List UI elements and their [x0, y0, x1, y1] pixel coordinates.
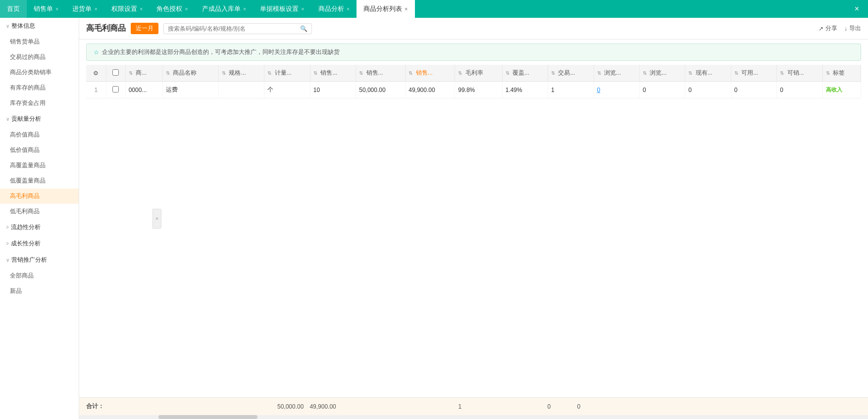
sort-icon-14: ⇅	[734, 70, 738, 76]
table-row: 1 0000... 运费	[86, 82, 861, 98]
nav-purchase[interactable]: 进货单 ×	[65, 0, 104, 18]
sidebar-item-sales-goods[interactable]: 销售货单品	[0, 34, 79, 49]
col-transactions[interactable]: ⇅ 交易...	[548, 65, 594, 82]
sidebar-item-traded-goods[interactable]: 交易过的商品	[0, 49, 79, 65]
row-name: 运费	[162, 82, 218, 98]
sidebar-item-high-margin[interactable]: 高毛利商品	[0, 188, 79, 204]
table-header-row: ⚙ ⇅ 商... ⇅ 商品名称	[86, 65, 861, 82]
sort-icon-8: ⇅	[458, 70, 462, 76]
col-current[interactable]: ⇅ 现有...	[685, 65, 731, 82]
close-all-tabs[interactable]: ×	[851, 4, 863, 13]
footer-cell-6: 50,000.00	[274, 403, 306, 410]
col-sales1[interactable]: ⇅ 销售...	[310, 65, 356, 82]
row-checkbox[interactable]	[112, 86, 119, 93]
sort-icon-10: ⇅	[551, 70, 555, 76]
header-actions: ↗ 分享 ↓ 导出	[818, 24, 861, 33]
export-button[interactable]: ↓ 导出	[844, 24, 861, 33]
sidebar-group-trend[interactable]: > 流趋性分析	[0, 219, 79, 235]
col-gross[interactable]: ⇅ 毛利率	[455, 65, 502, 82]
sidebar-item-high-coverage[interactable]: 高覆盖量商品	[0, 158, 79, 173]
row-checkbox-cell[interactable]	[106, 82, 125, 98]
export-icon: ↓	[844, 25, 847, 32]
row-unit: 个	[264, 82, 310, 98]
row-sales1: 10	[310, 82, 356, 98]
col-tag[interactable]: ⇅ 标签	[822, 65, 861, 82]
close-analysis-tab[interactable]: ×	[347, 6, 350, 12]
content-area: « 高毛利商品 近一月 🔍 ↗ 分享 ↓ 导出 ☆	[79, 18, 868, 419]
main-layout: ∨ 整体信息 销售货单品 交易过的商品 商品分类助销率 有库存的商品 库存资金占…	[0, 18, 868, 419]
horizontal-scrollbar[interactable]	[79, 415, 868, 419]
sidebar-item-high-value[interactable]: 高价值商品	[0, 127, 79, 142]
col-checkbox[interactable]	[106, 65, 125, 82]
footer-cell-11: 1	[455, 403, 485, 410]
col-spec[interactable]: ⇅ 规格...	[219, 65, 264, 82]
col-settings[interactable]: ⚙	[86, 65, 106, 82]
sort-icon-9: ⇅	[506, 70, 510, 76]
nav-permissions[interactable]: 权限设置 ×	[104, 0, 150, 18]
col-sales2[interactable]: ⇅ 销售...	[356, 65, 406, 82]
sidebar-group-marketing[interactable]: ∨ 营销推广分析	[0, 252, 79, 268]
search-icon[interactable]: 🔍	[300, 25, 307, 32]
sidebar-collapse-button[interactable]: «	[153, 209, 161, 229]
share-icon: ↗	[818, 25, 823, 32]
sidebar-item-in-stock[interactable]: 有库存的商品	[0, 80, 79, 95]
col-sales3[interactable]: ⇅ 销售...	[406, 65, 455, 82]
col-coverage[interactable]: ⇅ 覆盖...	[502, 65, 548, 82]
close-permissions-tab[interactable]: ×	[140, 6, 143, 12]
sidebar-item-category-rate[interactable]: 商品分类助销率	[0, 65, 79, 80]
close-template-tab[interactable]: ×	[301, 6, 304, 12]
sort-icon-15: ⇅	[780, 70, 784, 76]
nav-warehouse[interactable]: 产成品入库单 ×	[195, 0, 253, 18]
row-browse1[interactable]: 0	[594, 82, 639, 98]
row-current: 0	[685, 82, 731, 98]
sidebar-item-new-goods[interactable]: 新品	[0, 283, 79, 299]
close-analysis-list-tab[interactable]: ×	[405, 6, 408, 12]
close-sales-tab[interactable]: ×	[55, 6, 58, 12]
sidebar-item-all-goods[interactable]: 全部商品	[0, 268, 79, 283]
col-browse2[interactable]: ⇅ 浏览...	[639, 65, 685, 82]
chevron-down-icon-3: ∨	[6, 257, 9, 263]
col-unit[interactable]: ⇅ 计量...	[264, 65, 310, 82]
select-all-checkbox[interactable]	[112, 69, 119, 76]
search-input[interactable]	[168, 25, 298, 32]
row-code: 0000...	[125, 82, 162, 98]
search-box[interactable]: 🔍	[163, 23, 312, 34]
row-tag: 高收入	[822, 82, 861, 98]
row-browse2: 0	[639, 82, 685, 98]
table-container: ⚙ ⇅ 商... ⇅ 商品名称	[86, 65, 861, 397]
sidebar-group-overview[interactable]: ∨ 整体信息	[0, 18, 79, 34]
nav-analysis-list[interactable]: 商品分析列表 ×	[357, 0, 414, 18]
sidebar-group-contribution[interactable]: ∨ 贡献量分析	[0, 111, 79, 127]
close-purchase-tab[interactable]: ×	[94, 6, 97, 12]
sidebar-item-low-value[interactable]: 低价值商品	[0, 142, 79, 158]
col-saleable[interactable]: ⇅ 可销...	[777, 65, 822, 82]
scrollbar-thumb[interactable]	[158, 415, 257, 419]
close-roles-tab[interactable]: ×	[185, 6, 188, 12]
sort-icon-16: ⇅	[826, 70, 830, 76]
nav-sales[interactable]: 销售单 ×	[27, 0, 65, 18]
col-code[interactable]: ⇅ 商...	[125, 65, 162, 82]
footer-cell-7: 49,900.00	[306, 403, 351, 410]
col-name[interactable]: ⇅ 商品名称	[162, 65, 218, 82]
nav-roles[interactable]: 角色授权 ×	[150, 0, 195, 18]
nav-template[interactable]: 单据模板设置 ×	[253, 0, 311, 18]
col-available[interactable]: ⇅ 可用...	[731, 65, 776, 82]
collapse-icon: «	[155, 216, 158, 221]
chevron-down-icon: ∨	[6, 23, 9, 29]
sort-icon-3: ⇅	[222, 70, 226, 76]
sidebar-item-low-coverage[interactable]: 低覆盖量商品	[0, 173, 79, 188]
sidebar-group-growth[interactable]: > 成长性分析	[0, 235, 79, 252]
sort-icon-6: ⇅	[359, 70, 363, 76]
close-warehouse-tab[interactable]: ×	[243, 6, 246, 12]
alert-text: 企业的主要的利润都是这部分商品创造的，可考虑加大推广，同时关注库存是不要出现缺货	[102, 48, 340, 56]
row-coverage: 1.49%	[502, 82, 548, 98]
nav-home[interactable]: 首页	[0, 0, 27, 18]
filter-month-button[interactable]: 近一月	[131, 23, 158, 34]
sidebar-item-low-margin[interactable]: 低毛利商品	[0, 204, 79, 219]
nav-analysis[interactable]: 商品分析 ×	[311, 0, 357, 18]
sidebar-item-stock-capital[interactable]: 库存资金占用	[0, 95, 79, 111]
sort-icon-12: ⇅	[643, 70, 647, 76]
col-browse1[interactable]: ⇅ 浏览...	[594, 65, 639, 82]
share-button[interactable]: ↗ 分享	[818, 24, 837, 33]
top-navigation: 首页 销售单 × 进货单 × 权限设置 × 角色授权 × 产成品入库单 × 单据…	[0, 0, 868, 18]
